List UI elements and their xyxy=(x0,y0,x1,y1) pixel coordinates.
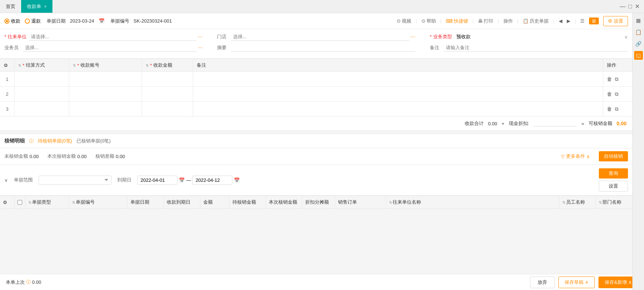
radio-refund[interactable]: 退款 xyxy=(25,18,41,24)
th-current-label: 本次核销金额 xyxy=(269,199,297,205)
sort-icon3[interactable]: ⇅ xyxy=(146,63,149,67)
business-type-value: 预收款 xyxy=(456,34,624,40)
sort-counterparty[interactable]: ⇅ xyxy=(389,200,392,204)
counterparty-input[interactable] xyxy=(29,33,196,41)
auto-verification-btn[interactable]: 自动核销 xyxy=(599,151,628,161)
sort-icon[interactable]: ⇅ xyxy=(18,63,21,67)
discount-input[interactable] xyxy=(533,121,577,126)
copy-icon-3[interactable]: ⧉ xyxy=(615,106,619,112)
copy-icon-1[interactable]: ⧉ xyxy=(615,76,619,82)
rp-doc-icon[interactable]: 📋 xyxy=(634,28,643,36)
td-remark-3[interactable] xyxy=(193,102,603,116)
delete-icon-3[interactable]: 🗑 xyxy=(607,106,612,112)
staff-input[interactable] xyxy=(23,44,196,52)
settings-button[interactable]: ⚙ 设置 xyxy=(603,16,628,26)
summary-input[interactable] xyxy=(231,44,415,52)
td-amount-1[interactable] xyxy=(142,72,193,86)
staff-field: 业务员 ··· xyxy=(4,44,203,52)
rp-link-icon[interactable]: 🔗 xyxy=(634,39,643,48)
operate-btn[interactable]: 操作 xyxy=(503,18,513,24)
sort-doc-no[interactable]: ⇅ xyxy=(72,200,75,204)
delete-icon-2[interactable]: 🗑 xyxy=(607,91,612,97)
diff-stat: 核销差额 0.00 xyxy=(95,153,125,160)
td-account-2[interactable] xyxy=(69,87,142,101)
sort-doc-type[interactable]: ⇅ xyxy=(28,200,31,204)
radio-receipt[interactable]: 收款 xyxy=(4,18,20,24)
query-btn-col: 查询 设置 xyxy=(599,168,628,192)
data-table-header: ⚙ ⇅ 单据类型 ⇅ 单据编号 单据日期 收款到期日 金额 xyxy=(0,196,632,209)
info-icon[interactable]: ⓘ xyxy=(29,138,34,144)
dth-doc-type: ⇅ 单据类型 xyxy=(25,196,69,208)
rp-expand-icon[interactable]: ◱ xyxy=(634,51,643,60)
arrow-left-icon[interactable]: ◀ xyxy=(559,18,562,24)
bottom-info-icon[interactable]: ⓘ xyxy=(26,279,31,285)
query-button[interactable]: 查询 xyxy=(599,168,628,179)
grid-icon[interactable]: ⊞ xyxy=(589,17,599,24)
td-amount-3[interactable] xyxy=(142,102,193,116)
tab-close-icon[interactable]: × xyxy=(44,4,47,9)
dth-check[interactable] xyxy=(15,196,25,208)
more-conditions-btn[interactable]: ▽ 更多条件 ∧ xyxy=(561,153,590,160)
sort-icon2[interactable]: ⇅ xyxy=(73,63,76,67)
maximize-icon[interactable]: □ xyxy=(628,3,632,10)
save-draft-button[interactable]: 保存草稿 ∧ xyxy=(558,277,595,288)
sort-dept[interactable]: ⇅ xyxy=(599,200,602,204)
set-button[interactable]: 设置 xyxy=(599,181,628,192)
td-remark-1[interactable] xyxy=(193,72,603,86)
td-settlement-1[interactable] xyxy=(15,72,69,86)
home-label: 首页 xyxy=(6,3,15,10)
tab-done[interactable]: 已核销单据(0笔) xyxy=(76,138,111,144)
help-btn[interactable]: ⊙ 帮助 xyxy=(421,18,436,24)
td-num-1: 1 xyxy=(0,72,15,86)
scope-select[interactable] xyxy=(39,176,111,185)
th-account-label: 收款账号 xyxy=(80,62,99,68)
history-btn[interactable]: 📋 历史单据 xyxy=(523,18,549,24)
td-account-3[interactable] xyxy=(69,102,142,116)
date-value: 2023-03-24 xyxy=(70,18,94,24)
staff-more-icon[interactable]: ··· xyxy=(198,44,203,51)
td-settlement-2[interactable] xyxy=(15,87,69,101)
store-input[interactable] xyxy=(231,33,409,41)
business-type-chevron[interactable]: ∨ xyxy=(624,34,628,40)
print-btn[interactable]: 🖶 打印 xyxy=(478,18,493,24)
minimize-icon[interactable]: — xyxy=(620,3,625,10)
cal-to-icon[interactable]: 📅 xyxy=(234,177,240,183)
bottom-info-value: 0.00 xyxy=(32,279,41,285)
tab-pending[interactable]: 待核销单据(0笔) xyxy=(38,138,72,144)
shortcut-btn[interactable]: ⌨ 快捷键 xyxy=(446,18,468,24)
store-field: 门店 ··· xyxy=(217,33,415,41)
remark-input[interactable] xyxy=(444,44,628,52)
shortcut-icon: ⌨ xyxy=(446,18,453,24)
abandon-button[interactable]: 放弃 xyxy=(530,277,555,288)
copy-icon-2[interactable]: ⧉ xyxy=(615,91,619,97)
tab-home[interactable]: 首页 xyxy=(0,0,21,13)
tab-receipt[interactable]: 收款单 × xyxy=(21,0,52,13)
td-amount-2[interactable] xyxy=(142,87,193,101)
action-icons-2: 🗑 ⧉ xyxy=(607,91,619,97)
counterparty-more-icon[interactable]: ··· xyxy=(198,34,203,40)
business-type-field: * 业务类型 预收款 ∨ xyxy=(430,34,628,40)
cal-from-icon[interactable]: 📅 xyxy=(179,177,185,183)
sort-staff[interactable]: ⇅ xyxy=(562,200,565,204)
rp-table-icon[interactable]: ▦ xyxy=(634,16,643,25)
toolbar-right: ⊙ 视频 | ⊙ 帮助 | ⌨ 快捷键 | 🖶 打印 | 操作 | xyxy=(397,16,628,26)
td-settlement-3[interactable] xyxy=(15,102,69,116)
date-to-input[interactable] xyxy=(192,176,232,185)
select-all-checkbox[interactable] xyxy=(17,200,22,205)
date-from-input[interactable] xyxy=(137,176,177,185)
close-icon[interactable]: ✕ xyxy=(635,3,640,10)
business-type-label: * 业务类型 xyxy=(430,34,452,40)
td-remark-2[interactable] xyxy=(193,87,603,101)
current-label: 本次核销金额 xyxy=(47,153,76,160)
list-icon[interactable]: ☰ xyxy=(580,18,585,24)
delete-icon-1[interactable]: 🗑 xyxy=(607,76,612,82)
dth-gear[interactable]: ⚙ xyxy=(0,196,15,208)
video-btn[interactable]: ⊙ 视频 xyxy=(397,18,411,24)
arrow-right-icon[interactable]: ▶ xyxy=(567,18,570,24)
calendar-icon[interactable]: 📅 xyxy=(99,18,105,24)
store-more-icon[interactable]: ··· xyxy=(411,34,415,40)
th-settings[interactable]: ⚙ xyxy=(0,59,15,71)
dth-due-date: 收款到期日 xyxy=(164,196,200,208)
dth-discount: 折扣分摊额 xyxy=(302,196,335,208)
td-account-1[interactable] xyxy=(69,72,142,86)
